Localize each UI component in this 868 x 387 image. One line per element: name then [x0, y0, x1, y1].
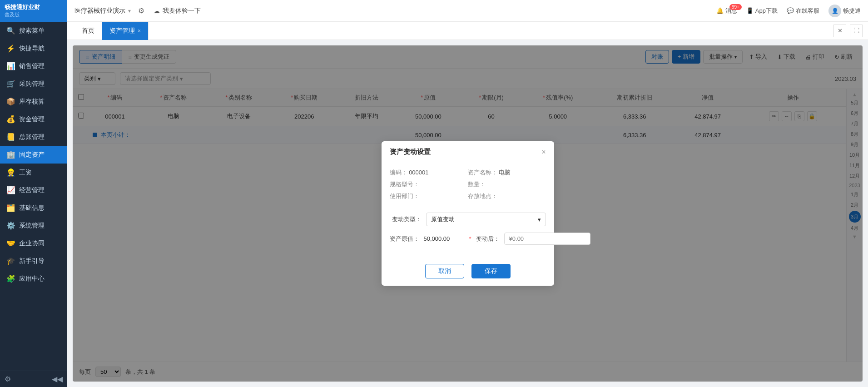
purchase-icon: 🛒	[6, 79, 15, 88]
sidebar-header: 畅捷通好业财 普及版	[0, 0, 67, 22]
basic-info-icon: 🗂️	[6, 203, 15, 212]
app-center-icon: 🧩	[6, 274, 15, 283]
original-value-label: 资产原值：	[390, 235, 419, 243]
save-button[interactable]: 保存	[471, 264, 511, 278]
bell-icon: 🔔	[716, 7, 724, 14]
sidebar-item-label: 库存核算	[19, 98, 45, 106]
sidebar-item-fixed-assets[interactable]: 🏢 固定资产	[0, 146, 67, 164]
modal-close-button[interactable]: ×	[541, 148, 546, 156]
company-selector[interactable]: 医疗器械行业演示 ▾	[74, 7, 131, 15]
app-download-button[interactable]: 📱 App下载	[746, 7, 778, 15]
page-content: ≡ 资产明细 ≡ 变更生成凭证 对账 + 新增	[73, 45, 863, 382]
modal-title: 资产变动设置	[390, 148, 431, 156]
required-marker: *	[469, 235, 471, 242]
service-icon: 💬	[787, 7, 794, 14]
sidebar-item-cooperation[interactable]: 🤝 企业协同	[0, 234, 67, 252]
sidebar-item-guide[interactable]: 🎓 新手引导	[0, 252, 67, 270]
top-header: 医疗器械行业演示 ▾ ⚙ ☁ 我要体验一下 🔔 消息 99+ 📱 App下载 💬…	[67, 0, 868, 22]
sidebar-item-label: 采购管理	[19, 80, 45, 88]
sidebar-item-app-center[interactable]: 🧩 应用中心	[0, 270, 67, 288]
asset-change-modal: 资产变动设置 × 编码： 000001 资产名称： 电脑	[382, 141, 554, 286]
user-avatar: 👤	[828, 5, 841, 17]
fixed-assets-icon: 🏢	[6, 150, 15, 159]
sidebar-item-label: 快捷导航	[19, 45, 45, 53]
tabs-bar: 首页 资产管理 × ✕ ⛶	[67, 22, 868, 40]
ledger-icon: 📒	[6, 133, 15, 141]
sidebar-item-quick-nav[interactable]: ⚡ 快捷导航	[0, 40, 67, 57]
sidebar-item-basic-info[interactable]: 🗂️ 基础信息	[0, 199, 67, 217]
modal-header: 资产变动设置 ×	[382, 141, 554, 161]
tabs-right-controls: ✕ ⛶	[833, 25, 868, 37]
sidebar-item-system[interactable]: ⚙️ 系统管理	[0, 217, 67, 234]
sidebar-item-label: 企业协同	[19, 239, 45, 248]
settings-icon[interactable]: ⚙	[138, 6, 144, 15]
notifications-badge: 99+	[729, 4, 742, 10]
tab-maximize-button[interactable]: ⛶	[850, 25, 863, 37]
tab-close-button[interactable]: ✕	[833, 25, 846, 37]
sidebar-item-ledger[interactable]: 📒 总账管理	[0, 128, 67, 146]
collapse-icon[interactable]: ◀◀	[52, 375, 63, 383]
sidebar-item-label: 资金管理	[19, 115, 45, 124]
sidebar-item-label: 搜索菜单	[19, 27, 45, 35]
user-profile[interactable]: 👤 畅捷通	[828, 5, 861, 17]
original-value-display: 50,000.00	[424, 235, 465, 242]
sidebar-item-inventory[interactable]: 📦 库存核算	[0, 93, 67, 110]
app-logo: 畅捷通好业财	[5, 4, 40, 11]
modal-spec: 规格型号：	[390, 180, 468, 189]
tab-home[interactable]: 首页	[74, 22, 102, 40]
system-icon: ⚙️	[6, 221, 15, 230]
company-name: 医疗器械行业演示	[74, 7, 125, 15]
cooperation-icon: 🤝	[6, 239, 15, 248]
operations-icon: 📈	[6, 186, 15, 194]
sidebar-item-search[interactable]: 🔍 搜索菜单	[0, 22, 67, 40]
notifications-button[interactable]: 🔔 消息 99+	[716, 7, 737, 15]
modal-body: 编码： 000001 资产名称： 电脑 规格型号：	[382, 161, 554, 258]
change-type-select[interactable]: 原值变动 ▾	[426, 213, 546, 226]
modal-department: 使用部门：	[390, 192, 468, 200]
company-dropdown-arrow: ▾	[128, 8, 131, 14]
sidebar-item-payroll[interactable]: 👷 工资	[0, 164, 67, 181]
after-change-input[interactable]	[504, 233, 590, 245]
main-area: 医疗器械行业演示 ▾ ⚙ ☁ 我要体验一下 🔔 消息 99+ 📱 App下载 💬…	[67, 0, 868, 387]
sidebar-item-sales[interactable]: 📊 销售管理	[0, 57, 67, 75]
sidebar-item-label: 系统管理	[19, 222, 45, 230]
tab-asset-management[interactable]: 资产管理 ×	[102, 22, 149, 40]
select-arrow-icon: ▾	[538, 216, 541, 223]
sidebar-item-purchase[interactable]: 🛒 采购管理	[0, 75, 67, 93]
header-right: 🔔 消息 99+ 📱 App下载 💬 在线客服 👤 畅捷通	[716, 5, 861, 17]
modal-location: 存放地点：	[468, 192, 546, 200]
tab-close-icon[interactable]: ×	[138, 28, 141, 34]
sidebar-item-label: 总账管理	[19, 133, 45, 141]
modal-original-value-row: 资产原值： 50,000.00 * 变动后：	[390, 233, 546, 245]
sidebar-item-label: 基础信息	[19, 204, 45, 212]
sidebar-item-label: 工资	[19, 169, 32, 177]
modal-quantity: 数量：	[468, 180, 546, 189]
modal-overlay: 资产变动设置 × 编码： 000001 资产名称： 电脑	[73, 45, 863, 382]
sidebar-item-label: 固定资产	[19, 151, 45, 159]
change-type-label: 变动类型：	[390, 215, 422, 223]
quick-nav-icon: ⚡	[6, 44, 15, 53]
experience-button[interactable]: ☁ 我要体验一下	[154, 7, 201, 15]
sidebar-item-label: 新手引导	[19, 257, 45, 265]
sidebar-footer: ⚙ ◀◀	[0, 371, 67, 387]
modal-footer: 取消 保存	[382, 258, 554, 286]
sales-icon: 📊	[6, 62, 15, 70]
sidebar-item-operations[interactable]: 📈 经营管理	[0, 181, 67, 199]
cancel-button[interactable]: 取消	[425, 264, 464, 278]
cloud-icon: ☁	[154, 7, 160, 15]
settings-footer-icon[interactable]: ⚙	[5, 375, 11, 383]
app-edition: 普及版	[5, 11, 40, 18]
payroll-icon: 👷	[6, 168, 15, 177]
download-icon: 📱	[746, 7, 754, 14]
modal-change-type-row: 变动类型： 原值变动 ▾	[390, 213, 546, 226]
sidebar-item-label: 经营管理	[19, 186, 45, 194]
sidebar-item-finance[interactable]: 💰 资金管理	[0, 110, 67, 128]
inventory-icon: 📦	[6, 97, 15, 106]
content-area: ≡ 资产明细 ≡ 变更生成凭证 对账 + 新增	[67, 40, 868, 387]
sidebar-item-label: 应用中心	[19, 275, 45, 283]
search-icon: 🔍	[6, 26, 15, 35]
sidebar-item-label: 销售管理	[19, 62, 45, 70]
modal-info-grid: 编码： 000001 资产名称： 电脑 规格型号：	[390, 169, 546, 206]
finance-icon: 💰	[6, 115, 15, 124]
online-service-button[interactable]: 💬 在线客服	[787, 7, 819, 15]
